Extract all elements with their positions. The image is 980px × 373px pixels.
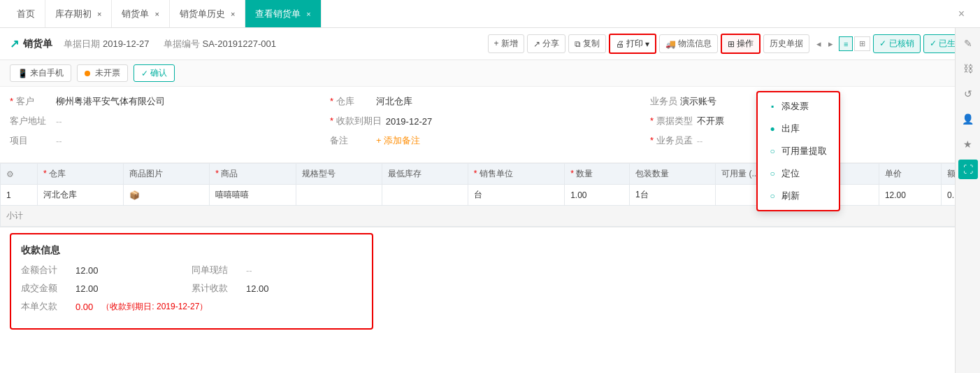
not-open-button[interactable]: 未开票 [77,64,128,82]
project-label: 项目 [10,134,52,147]
phone-icon: 📱 [17,69,28,78]
refresh-item[interactable]: ○ 刷新 [758,185,839,207]
tab-close-history[interactable]: × [231,10,235,18]
confirm-button[interactable]: ✓ 确认 [134,64,175,82]
share-button[interactable]: ↗ 分享 [527,34,565,53]
col-image: 商品图片 [124,164,210,185]
doc-title-area: ↗ 销货单 [10,37,52,50]
tab-view-sales[interactable]: 查看销货单 × [245,0,321,27]
operations-button[interactable]: ⊞ 操作 [721,34,761,54]
available-qty-item[interactable]: ○ 可用量提取 [758,140,839,162]
available-qty-icon: ○ [768,146,777,156]
copy-button[interactable]: ⧉ 复制 [568,34,606,53]
tab-sales-order[interactable]: 销货单 × [112,0,169,27]
tab-inventory-init[interactable]: 库存期初 × [45,0,112,27]
list-view-button[interactable]: ≡ [839,36,853,51]
action-row: 📱 来自手机 未开票 ✓ 确认 [0,60,980,87]
col-settings[interactable]: ⚙ [1,164,38,185]
add-note-button[interactable]: + 添加备注 [376,134,420,147]
cell-pack-qty: 1台 [630,185,716,206]
due-date-value: 2019-12-27 [386,116,433,127]
sidebar-refresh-icon[interactable]: ↺ [958,84,978,104]
out-stock-item[interactable]: ● 出库 [758,118,839,140]
operations-icon: ⊞ [728,39,735,49]
tab-bar: 首页 库存期初 × 销货单 × 销货单历史 × 查看销货单 × × [0,0,980,28]
add-invoice-item[interactable]: ▪ 添发票 [758,95,839,118]
main-container: ↗ 销货单 单据日期 2019-12-27 单据编号 SA-20191227-0… [0,28,980,373]
next-button[interactable]: ▸ [826,37,836,50]
cell-no: 1 [1,185,38,206]
share-icon: ↗ [533,39,540,49]
history-button[interactable]: 历史单据 [763,34,809,53]
warehouse-field: 仓库 河北仓库 [330,95,650,108]
print-icon: 🖨 [616,39,624,49]
print-button[interactable]: 🖨 打印 ▾ [609,34,656,54]
customer-label: 客户 [10,95,52,108]
grid-view-button[interactable]: ⊞ [854,36,870,51]
warehouse-label: 仓库 [330,95,372,108]
refresh-icon: ○ [768,191,777,201]
sidebar-edit-icon[interactable]: ✎ [958,34,978,53]
address-field: 客户地址 -- [10,115,330,127]
tab-close-view-sales[interactable]: × [306,10,310,18]
cell-unit-price: 12.00 [879,185,941,206]
transaction-amount-field: 成交金额 12.00 [21,282,192,295]
logistics-icon: 🚚 [665,39,676,49]
window-close-button[interactable]: × [950,8,973,20]
ticket-type-label: 票据类型 [650,115,693,127]
cumulative-receipt-label: 累计收款 [192,282,240,295]
product-image-icon: 📦 [129,190,140,200]
nuciao-button[interactable]: ✓ 已核销 [873,34,920,53]
col-warehouse: * 仓库 [38,164,124,185]
doc-type-icon: ↗ [10,37,19,50]
logistics-button[interactable]: 🚚 物流信息 [659,34,718,53]
project-value: -- [56,136,62,146]
total-amount-field: 金额合计 12.00 [21,264,192,276]
col-product: * 商品 [210,164,296,185]
number-value: SA-20191227-001 [203,38,277,49]
cumulative-receipt-field: 累计收款 12.00 [192,282,362,295]
note-label: 备注 [330,134,372,147]
new-button[interactable]: + 新增 [488,34,524,53]
prev-button[interactable]: ◂ [814,37,824,50]
locate-icon: ○ [768,169,777,178]
staff2-value: -- [697,136,703,146]
same-order-label: 同单现结 [192,264,240,276]
col-min-stock: 最低库存 [382,164,468,185]
due-date-note: （收款到期日: 2019-12-27） [101,301,208,313]
warehouse-value: 河北仓库 [376,95,412,108]
tab-sales-history[interactable]: 销货单历史 × [170,0,245,27]
date-label: 单据日期 [64,38,100,50]
cell-image: 📦 [124,185,210,206]
same-order-value: -- [246,265,252,276]
address-value: -- [56,116,62,127]
settings-icon: ⚙ [6,169,14,179]
staff2-label: 业务员孟 [650,134,693,147]
locate-item[interactable]: ○ 定位 [758,162,839,185]
from-phone-button[interactable]: 📱 来自手机 [10,64,71,82]
print-dropdown-arrow[interactable]: ▾ [645,39,649,49]
staff-value: 演示账号 [680,95,716,108]
col-unit-price: 单价 [879,164,941,185]
tab-close-sales[interactable]: × [154,10,159,18]
cell-warehouse: 河北仓库 [38,185,124,206]
toolbar: + 新增 ↗ 分享 ⧉ 复制 🖨 打印 ▾ 🚚 物流信息 ⊞ 操作 [488,34,970,54]
tab-home[interactable]: 首页 [7,0,45,27]
doc-meta: 单据日期 2019-12-27 单据编号 SA-20191227-001 [64,38,276,50]
cell-product: 嘻嘻嘻嘻 [210,185,296,206]
total-amount-label: 金额合计 [21,264,70,276]
cumulative-receipt-value: 12.00 [246,283,269,294]
sidebar-star-icon[interactable]: ★ [958,134,978,154]
sidebar-expand-icon[interactable]: ⛶ [958,160,978,179]
tab-close-inventory[interactable]: × [97,10,101,18]
col-quantity: * 数量 [565,164,630,185]
sidebar-user-icon[interactable]: 👤 [958,109,978,129]
payment-row-1: 金额合计 12.00 同单现结 -- [21,264,362,276]
project-field: 项目 -- [10,134,330,147]
note-field: 备注 + 添加备注 [330,134,650,147]
sidebar-link-icon[interactable]: ⛓ [958,59,978,78]
cell-quantity: 1.00 [565,185,630,206]
transaction-amount-label: 成交金额 [21,282,70,295]
view-toggle: ≡ ⊞ [839,36,870,51]
due-date-field: 收款到期日 2019-12-27 [330,115,650,127]
